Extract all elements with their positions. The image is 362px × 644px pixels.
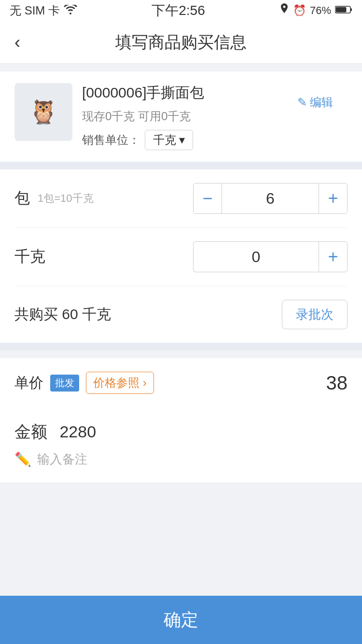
- battery-icon: [335, 4, 352, 17]
- separator-1: [0, 162, 362, 169]
- price-reference-button[interactable]: 价格参照 ›: [86, 372, 154, 394]
- svg-rect-1: [350, 8, 352, 11]
- kg-plus-button[interactable]: +: [319, 241, 348, 272]
- kg-unit: 千克: [14, 246, 45, 267]
- bao-label: 包 1包=10千克: [14, 188, 94, 209]
- product-info: [0000006]手撕面包 现存0千克 可用0千克 销售单位： 千克 ▾ ✎ 编…: [82, 83, 348, 150]
- confirm-label: 确定: [164, 608, 198, 632]
- separator-2: [0, 343, 362, 350]
- summary-text: 共购买 60 千克: [14, 305, 111, 324]
- unit-label: 销售单位：: [82, 132, 140, 148]
- chevron-down-icon: ▾: [179, 133, 185, 147]
- amount-label: 金额: [14, 422, 47, 441]
- confirm-button[interactable]: 确定: [0, 596, 362, 644]
- wifi-icon: [64, 4, 77, 17]
- price-left: 单价 批发 价格参照 ›: [14, 372, 154, 394]
- status-left: 无 SIM 卡: [10, 3, 77, 18]
- amount-section: 金额 2280 ✏️ 输入备注: [0, 407, 362, 482]
- record-batch-button[interactable]: 录批次: [282, 300, 348, 329]
- pencil-icon: ✏️: [14, 451, 31, 467]
- edit-label: 编辑: [310, 95, 333, 110]
- note-label: 输入备注: [37, 451, 87, 468]
- bao-quantity-control: − +: [193, 183, 348, 214]
- quantity-row-kg: 千克 +: [14, 228, 348, 286]
- bao-minus-button[interactable]: −: [193, 183, 222, 214]
- price-value: 38: [326, 372, 348, 394]
- quantity-row-bao: 包 1包=10千克 − +: [14, 169, 348, 228]
- amount-display: 金额 2280: [14, 421, 348, 443]
- location-icon: [279, 3, 289, 18]
- status-bar: 无 SIM 卡 下午2:56 ⏰ 76%: [0, 0, 362, 21]
- sim-status: 无 SIM 卡: [10, 3, 60, 18]
- product-image: 🦉: [14, 83, 72, 141]
- status-time: 下午2:56: [152, 1, 205, 20]
- product-stock: 现存0千克 可用0千克: [82, 109, 348, 124]
- bao-plus-button[interactable]: +: [319, 183, 348, 214]
- status-right: ⏰ 76%: [279, 3, 352, 18]
- kg-quantity-input[interactable]: [193, 241, 319, 272]
- product-unit-row: 销售单位： 千克 ▾: [82, 130, 348, 150]
- amount-card: 金额 2280 ✏️ 输入备注: [0, 407, 362, 482]
- product-thumbnail: 🦉: [29, 98, 58, 126]
- quantity-section: 包 1包=10千克 − + 千克 +: [0, 169, 362, 286]
- amount-value: 2280: [59, 422, 96, 441]
- back-button[interactable]: ‹: [14, 32, 20, 53]
- page-title: 填写商品购买信息: [115, 31, 247, 54]
- product-card: 🦉 [0000006]手撕面包 现存0千克 可用0千克 销售单位： 千克 ▾ ✎…: [0, 71, 362, 162]
- nav-bar: ‹ 填写商品购买信息: [0, 21, 362, 64]
- price-section: 单价 批发 价格参照 › 38: [0, 358, 362, 407]
- unit-select[interactable]: 千克 ▾: [145, 130, 193, 150]
- svg-rect-2: [336, 7, 347, 13]
- edit-icon: ✎: [297, 96, 307, 109]
- bao-sub-label: 1包=10千克: [38, 191, 94, 206]
- edit-button[interactable]: ✎ 编辑: [297, 95, 333, 110]
- summary-row: 共购买 60 千克 录批次: [0, 286, 362, 343]
- bao-quantity-input[interactable]: [222, 183, 319, 214]
- kg-quantity-control: +: [193, 241, 348, 272]
- price-label: 单价: [14, 373, 43, 393]
- alarm-icon: ⏰: [293, 4, 306, 17]
- battery-level: 76%: [310, 4, 331, 17]
- note-row[interactable]: ✏️ 输入备注: [14, 451, 348, 468]
- bao-unit: 包: [14, 188, 30, 209]
- price-badge: 批发: [50, 375, 79, 392]
- kg-label: 千克: [14, 246, 45, 267]
